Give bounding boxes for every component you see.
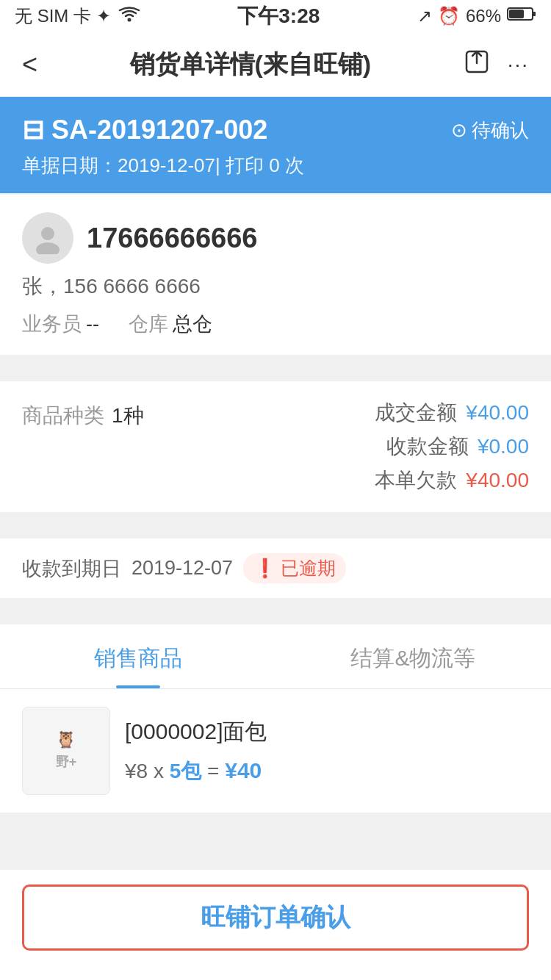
divider-1 xyxy=(0,355,551,368)
battery-icon xyxy=(507,6,536,26)
svg-point-6 xyxy=(36,242,60,254)
divider-2 xyxy=(0,512,551,525)
alarm-icon: ⏰ xyxy=(438,6,460,26)
avatar xyxy=(22,212,73,264)
payment-amount-row: 收款金额 ¥0.00 xyxy=(386,433,529,461)
wifi-icon xyxy=(118,6,140,26)
divider-3 xyxy=(0,598,551,611)
balance-label: 本单欠款 xyxy=(375,466,457,494)
share-button[interactable] xyxy=(464,48,490,80)
salesperson-field: 业务员 -- xyxy=(22,311,99,337)
customer-name: 张，156 6666 6666 xyxy=(22,273,529,300)
product-price-row: ¥8 x 5包 = ¥40 xyxy=(125,757,529,785)
svg-rect-2 xyxy=(533,12,536,16)
thumb-text: 野+ xyxy=(56,754,77,769)
warehouse-field: 仓库 总仓 xyxy=(129,311,212,337)
customer-phone: 17666666666 xyxy=(87,223,257,254)
balance-amount-row: 本单欠款 ¥40.00 xyxy=(375,466,529,494)
customer-section: 17666666666 张，156 6666 6666 业务员 -- 仓库 总仓 xyxy=(0,195,551,355)
summary-row: 商品种类 1种 成交金额 ¥40.00 收款金额 ¥0.00 本单欠款 ¥40.… xyxy=(22,399,529,494)
product-name: [0000002]面包 xyxy=(125,717,529,747)
overdue-text: 已逾期 xyxy=(281,556,336,580)
summary-section: 商品种类 1种 成交金额 ¥40.00 收款金额 ¥0.00 本单欠款 ¥40.… xyxy=(0,381,551,512)
customer-row: 17666666666 xyxy=(22,212,529,264)
multiply-icon: x xyxy=(154,760,170,782)
location-icon: ↗ xyxy=(417,6,432,26)
warehouse-label: 仓库 xyxy=(129,311,168,337)
total-price: ¥40 xyxy=(225,758,262,782)
svg-point-5 xyxy=(41,227,54,240)
no-sim-label: 无 SIM 卡 ✦ xyxy=(15,4,111,28)
status-bar: 无 SIM 卡 ✦ 下午3:28 ↗ ⏰ 66% xyxy=(0,0,551,32)
deal-amount-row: 成交金额 ¥40.00 xyxy=(375,399,529,427)
status-right: ↗ ⏰ 66% xyxy=(417,6,536,26)
amount-fields: 成交金额 ¥40.00 收款金额 ¥0.00 本单欠款 ¥40.00 xyxy=(375,399,529,494)
svg-rect-3 xyxy=(509,10,524,18)
banner-top: ⊟ SA-20191207-002 ⊙ 待确认 xyxy=(22,115,529,145)
confirm-button[interactable]: 旺铺订单确认 xyxy=(22,884,529,951)
svg-point-0 xyxy=(127,18,131,22)
product-item: 🦉 野+ [0000002]面包 ¥8 x 5包 = ¥40 xyxy=(0,689,551,813)
nav-bar: < 销货单详情(来自旺铺) ··· xyxy=(0,32,551,97)
due-date: 2019-12-07 xyxy=(132,557,233,580)
tab-settlement[interactable]: 结算&物流等 xyxy=(276,624,551,688)
status-left: 无 SIM 卡 ✦ xyxy=(15,4,140,28)
tabs-header: 销售商品 结算&物流等 xyxy=(0,624,551,689)
type-value: 1种 xyxy=(112,402,144,430)
payment-label: 收款金额 xyxy=(386,433,469,461)
overdue-icon: ❗ xyxy=(253,558,276,579)
salesperson-value: -- xyxy=(86,313,99,336)
thumb-icon: 🦉 xyxy=(56,730,76,749)
due-section: 收款到期日 2019-12-07 ❗ 已逾期 xyxy=(0,538,551,598)
order-id: ⊟ SA-20191207-002 xyxy=(22,115,267,145)
balance-value: ¥40.00 xyxy=(466,469,529,492)
type-label: 商品种类 xyxy=(22,402,104,430)
customer-meta: 业务员 -- 仓库 总仓 xyxy=(22,311,529,337)
nav-title: 销货单详情(来自旺铺) xyxy=(130,48,372,82)
product-type-field: 商品种类 1种 xyxy=(22,399,144,430)
battery-label: 66% xyxy=(466,6,501,26)
deal-label: 成交金额 xyxy=(375,399,457,427)
order-status: ⊙ 待确认 xyxy=(451,118,529,143)
overdue-badge: ❗ 已逾期 xyxy=(243,553,346,583)
product-info: [0000002]面包 ¥8 x 5包 = ¥40 xyxy=(125,717,529,785)
nav-right: ··· xyxy=(464,48,529,80)
back-button[interactable]: < xyxy=(22,49,37,80)
tabs-section: 销售商品 结算&物流等 🦉 野+ [0000002]面包 ¥8 x 5包 = ¥… xyxy=(0,624,551,813)
salesperson-label: 业务员 xyxy=(22,311,82,337)
order-banner: ⊟ SA-20191207-002 ⊙ 待确认 单据日期：2019-12-07|… xyxy=(0,97,551,193)
banner-date: 单据日期：2019-12-07| 打印 0 次 xyxy=(22,153,529,179)
order-icon: ⊟ xyxy=(22,115,44,145)
unit-price: ¥8 xyxy=(125,760,148,782)
nav-left: < xyxy=(22,49,37,80)
warehouse-value: 总仓 xyxy=(173,311,212,337)
bottom-bar: 旺铺订单确认 xyxy=(0,870,551,980)
equals-sign: = xyxy=(207,760,225,782)
time-display: 下午3:28 xyxy=(237,2,320,30)
product-thumbnail: 🦉 野+ xyxy=(22,707,110,795)
payment-value: ¥0.00 xyxy=(478,435,529,458)
due-label: 收款到期日 xyxy=(22,555,121,582)
deal-value: ¥40.00 xyxy=(466,401,529,425)
clock-icon: ⊙ xyxy=(451,119,467,142)
quantity: 5包 xyxy=(170,760,202,782)
more-button[interactable]: ··· xyxy=(508,53,529,76)
tab-sales-products[interactable]: 销售商品 xyxy=(0,624,276,688)
